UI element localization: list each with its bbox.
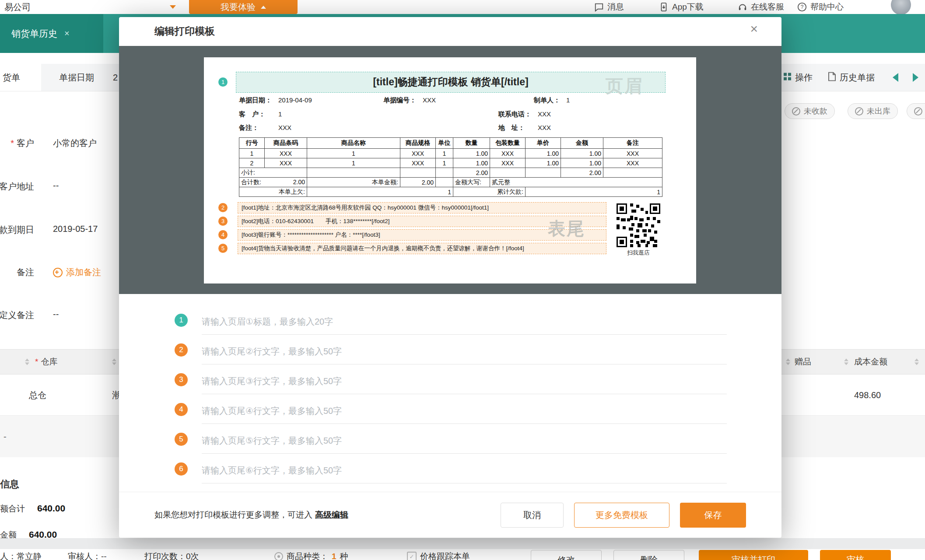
- doc-maker: 人：常立静: [0, 551, 42, 560]
- sort-icon[interactable]: [786, 359, 790, 365]
- topbar-item-label: 在线客服: [751, 1, 784, 13]
- experience-button[interactable]: 我要体验: [189, 0, 298, 14]
- marker-1: 1: [218, 77, 228, 87]
- custom-remark-value: --: [53, 309, 59, 319]
- auditor: 审核人：--: [68, 551, 107, 560]
- headset-icon: [738, 2, 747, 12]
- meta-maker-value: 1: [566, 96, 570, 104]
- tab-close-icon[interactable]: ×: [64, 28, 70, 38]
- grid-icon: [783, 72, 792, 83]
- doc-date-value: 2: [113, 73, 118, 83]
- remark-label: 备注: [17, 266, 34, 278]
- price-track-option[interactable]: ✓ 价格跟踪本单: [407, 551, 470, 560]
- price-track-label: 价格跟踪本单: [420, 551, 470, 560]
- input-number-badge: 6: [175, 462, 188, 476]
- user-avatar[interactable]: [891, 0, 911, 15]
- template-table-row: 1XXX 1XXX 11.00 XXX1.00 1.00XXX: [239, 149, 662, 158]
- sort-icon[interactable]: [914, 359, 919, 365]
- meta-customer-label: 客 户：: [239, 110, 265, 119]
- meta-no-value: XXX: [423, 96, 436, 104]
- meta-no-label: 单据编号：: [383, 96, 416, 105]
- circle-dot-icon: [274, 552, 283, 560]
- status-badge-label: 未收款: [804, 106, 827, 116]
- footer-watermark: 表尾: [548, 217, 585, 241]
- more-free-templates-button[interactable]: 更多免费模板: [574, 503, 669, 528]
- meta-addr-label: 地 址：: [498, 124, 525, 132]
- customer-address-value: --: [53, 181, 59, 191]
- warehouse-column-header[interactable]: *仓库: [35, 356, 57, 368]
- cost-column-header[interactable]: 成本金额: [854, 356, 887, 368]
- footer-line2-input[interactable]: [202, 335, 727, 364]
- prev-record-arrow-icon[interactable]: [893, 73, 898, 82]
- custom-remark-label: 定义备注: [0, 309, 34, 321]
- header-title-input[interactable]: [202, 305, 727, 335]
- marker-2: 2: [218, 203, 228, 212]
- marker-5: 5: [218, 244, 228, 253]
- company-name[interactable]: 易公司: [4, 1, 31, 13]
- modify-button[interactable]: 修改: [531, 550, 602, 560]
- topbar-item-label: 消息: [607, 1, 624, 13]
- template-footer-line-1: [foot1]地址：北京市海淀区北清路68号用友软件园 QQ：hsy000001…: [238, 202, 606, 214]
- sort-icon[interactable]: [844, 359, 848, 365]
- meta-remark-label: 备注：: [239, 124, 259, 132]
- topbar-item-help-center[interactable]: ? 帮助中心: [797, 0, 844, 14]
- experience-button-label: 我要体验: [221, 1, 256, 13]
- cancel-button[interactable]: 取消: [501, 503, 564, 528]
- topbar-item-messages[interactable]: 消息: [594, 0, 624, 14]
- status-badge-unpaid: 未收款: [785, 103, 835, 119]
- operations-label: 操作: [795, 72, 813, 84]
- gift-column-header[interactable]: 赠品: [795, 356, 811, 368]
- operations-button[interactable]: 操作: [783, 72, 813, 84]
- marker-4: 4: [218, 230, 228, 239]
- add-remark-link[interactable]: 添加备注: [53, 266, 101, 278]
- template-table-subtotal-row: 小计: 2.00 2.00: [239, 168, 662, 178]
- audit-and-print-button[interactable]: 审核并打印: [699, 550, 808, 560]
- ban-icon: [792, 107, 800, 116]
- customer-value: 小常的客户: [53, 137, 97, 149]
- ban-icon: [914, 107, 922, 116]
- status-badge-not-shipped: 未出库: [848, 103, 898, 119]
- customer-label: *客户: [11, 137, 34, 149]
- meta-date-value: 2019-04-09: [278, 96, 312, 104]
- document-icon: [828, 72, 836, 83]
- topbar-item-customer-service[interactable]: 在线客服: [738, 0, 784, 14]
- footer-line6-input[interactable]: [202, 454, 727, 483]
- footer-line3-input[interactable]: [202, 365, 727, 394]
- customer-address-label: 客户地址: [0, 181, 34, 192]
- checkbox-icon[interactable]: ✓: [407, 552, 417, 560]
- input-number-badge: 2: [175, 343, 188, 357]
- ban-icon: [855, 107, 863, 116]
- template-input-row-5: 5: [175, 424, 727, 454]
- next-record-arrow-icon[interactable]: [913, 73, 918, 82]
- tab-sales-order-history[interactable]: 销货单历史 ×: [0, 14, 103, 53]
- section-divider-band: [0, 538, 925, 549]
- topbar: 易公司 我要体验 消息 App下载 在线客服 ?: [0, 0, 925, 14]
- advanced-edit-link[interactable]: 高级编辑: [315, 509, 348, 521]
- history-docs-button[interactable]: 历史单据: [828, 72, 875, 84]
- product-kinds-value: 1: [332, 552, 336, 560]
- modal-title: 编辑打印模板: [154, 24, 215, 38]
- topbar-item-label: App下载: [672, 1, 704, 13]
- product-kinds-unit: 种: [340, 551, 348, 560]
- save-button[interactable]: 保存: [680, 503, 746, 528]
- subtab-sales-order[interactable]: 货单: [0, 64, 41, 91]
- audit-button[interactable]: 审核: [820, 550, 891, 560]
- company-dropdown-caret-icon[interactable]: [170, 5, 176, 9]
- topbar-item-app-download[interactable]: App下载: [659, 0, 704, 14]
- modal-close-icon[interactable]: ×: [750, 22, 758, 35]
- due-date-label: 款到期日: [0, 224, 34, 236]
- print-count: 打印次数：0次: [144, 551, 199, 560]
- footer-line4-input[interactable]: [202, 395, 727, 424]
- sort-icon[interactable]: [25, 359, 29, 365]
- footer-line5-input[interactable]: [202, 424, 727, 454]
- sort-icon[interactable]: [112, 359, 116, 365]
- product-kinds-label: 商品种类：: [287, 551, 328, 560]
- cost-amount-cell: 498.60: [854, 390, 881, 400]
- meta-addr-value: XXX: [538, 124, 551, 131]
- template-preview-paper: 1 [title]畅捷通打印模板 销货单[/title] 页眉 单据日期： 20…: [204, 57, 696, 284]
- help-icon: ?: [797, 2, 807, 12]
- input-number-badge: 1: [175, 314, 188, 327]
- delete-button[interactable]: 删除: [613, 550, 684, 560]
- template-input-row-4: 4: [175, 395, 727, 424]
- advanced-edit-hint: 如果您想对打印模板进行更多调整，可进入: [154, 509, 312, 521]
